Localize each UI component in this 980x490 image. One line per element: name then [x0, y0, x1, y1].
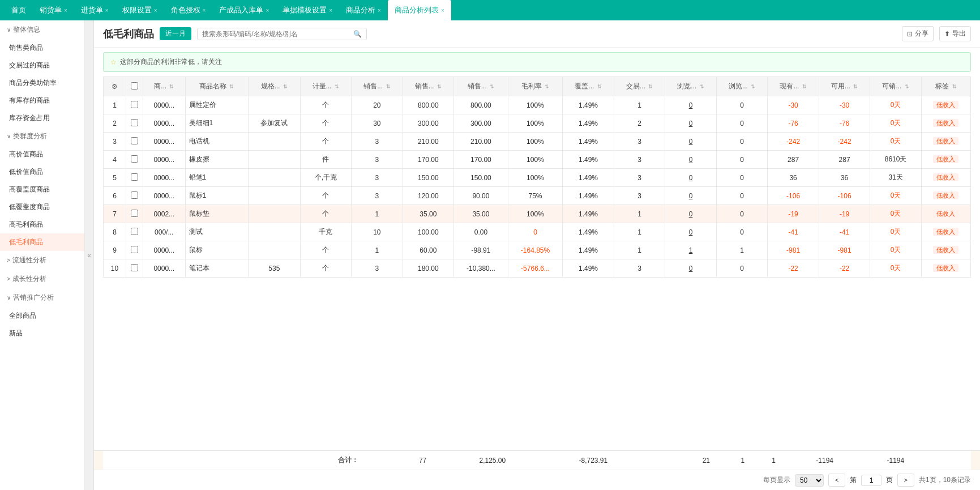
cell-view1[interactable]: 0 [665, 96, 717, 114]
cell-view1[interactable]: 0 [665, 114, 717, 133]
row-checkbox[interactable] [131, 173, 138, 181]
th-tag[interactable]: 标签 ⇅ [921, 77, 970, 96]
cell-num: 2 [104, 114, 126, 133]
cell-checkbox[interactable] [126, 187, 143, 205]
nav-item-权限设置[interactable]: 权限设置× [115, 0, 164, 20]
sidebar-group-营销推广分析[interactable]: ∨营销推广分析 [0, 288, 84, 307]
th-coverage[interactable]: 覆盖... ⇅ [563, 77, 614, 96]
share-button[interactable]: ⊡ 分享 [902, 26, 934, 41]
cell-checkbox[interactable] [126, 133, 143, 151]
row-checkbox[interactable] [131, 101, 138, 108]
th-sales-price[interactable]: 销售... ⇅ [403, 77, 454, 96]
sidebar-group-成长性分析[interactable]: >成长性分析 [0, 270, 84, 288]
close-icon[interactable]: × [203, 7, 206, 14]
th-current-stock[interactable]: 现有... ⇅ [768, 77, 819, 96]
close-icon[interactable]: × [329, 7, 332, 14]
sidebar-item-交易过的商品[interactable]: 交易过的商品 [0, 57, 84, 74]
nav-item-单据模板设置[interactable]: 单据模板设置× [276, 0, 339, 20]
row-checkbox[interactable] [131, 191, 138, 199]
sidebar-item-低覆盖度商品[interactable]: 低覆盖度商品 [0, 198, 84, 216]
sidebar-item-库存资金占用[interactable]: 库存资金占用 [0, 109, 84, 127]
cell-checkbox[interactable] [126, 151, 143, 169]
search-icon[interactable]: 🔍 [353, 30, 362, 38]
cell-view1[interactable]: 0 [665, 133, 717, 151]
sidebar-item-高价值商品[interactable]: 高价值商品 [0, 146, 84, 163]
sidebar-item-高覆盖度商品[interactable]: 高覆盖度商品 [0, 181, 84, 198]
row-checkbox[interactable] [131, 228, 138, 235]
sidebar-item-低价值商品[interactable]: 低价值商品 [0, 163, 84, 181]
cell-checkbox[interactable] [126, 205, 143, 223]
th-spec[interactable]: 规格... ⇅ [249, 77, 301, 96]
cell-tag: 低收入 [921, 114, 970, 133]
nav-item-商品分析列表[interactable]: 商品分析列表× [388, 0, 451, 20]
close-icon[interactable]: × [64, 7, 67, 14]
nav-item-商品分析[interactable]: 商品分析× [339, 0, 388, 20]
cell-view1[interactable]: 0 [665, 223, 717, 241]
date-filter-button[interactable]: 近一月 [160, 27, 191, 40]
top-nav: 首页销货单×进货单×权限设置×角色授权×产成品入库单×单据模板设置×商品分析×商… [0, 0, 980, 20]
nav-item-销货单[interactable]: 销货单× [33, 0, 74, 20]
sidebar-item-新品[interactable]: 新品 [0, 325, 84, 342]
header-actions: ⊡ 分享 ⬆ 导出 [902, 26, 971, 41]
th-name[interactable]: 商品名称 ⇅ [185, 77, 249, 96]
sidebar-item-全部商品[interactable]: 全部商品 [0, 307, 84, 325]
page-size-select[interactable]: 50 100 200 [795, 474, 824, 487]
th-sales-qty[interactable]: 销售... ⇅ [352, 77, 403, 96]
th-unit[interactable]: 计量... ⇅ [300, 77, 352, 96]
prev-page-button[interactable]: ＜ [828, 474, 845, 487]
sidebar-group-流通性分析[interactable]: >流通性分析 [0, 251, 84, 270]
th-saleable[interactable]: 可销... ⇅ [870, 77, 922, 96]
close-icon[interactable]: × [266, 7, 269, 14]
cell-coverage: 1.49% [563, 151, 614, 169]
nav-item-产成品入库单[interactable]: 产成品入库单× [212, 0, 276, 20]
th-checkbox[interactable] [126, 77, 143, 96]
cell-checkbox[interactable] [126, 169, 143, 187]
nav-item-进货单[interactable]: 进货单× [74, 0, 115, 20]
sidebar-item-高毛利商品[interactable]: 高毛利商品 [0, 216, 84, 233]
cell-view1[interactable]: 0 [665, 205, 717, 223]
th-available[interactable]: 可用... ⇅ [819, 77, 870, 96]
row-checkbox[interactable] [131, 246, 138, 253]
cell-checkbox[interactable] [126, 241, 143, 259]
cell-view1[interactable]: 0 [665, 169, 717, 187]
select-all-checkbox[interactable] [131, 82, 138, 90]
th-gross-margin[interactable]: 毛利率 ⇅ [508, 77, 563, 96]
cell-checkbox[interactable] [126, 96, 143, 114]
nav-item-首页[interactable]: 首页 [5, 0, 33, 20]
sidebar-group-整体信息[interactable]: ∨整体信息 [0, 20, 84, 39]
row-checkbox[interactable] [131, 137, 138, 144]
sidebar-item-低毛利商品[interactable]: 低毛利商品 [0, 233, 84, 251]
row-checkbox[interactable] [131, 119, 138, 126]
cell-view1[interactable]: 0 [665, 151, 717, 169]
close-icon[interactable]: × [154, 7, 157, 14]
sidebar-item-有库存的商品[interactable]: 有库存的商品 [0, 92, 84, 109]
cell-checkbox[interactable] [126, 223, 143, 241]
cell-view1[interactable]: 0 [665, 259, 717, 278]
search-input[interactable] [202, 30, 353, 38]
cell-checkbox[interactable] [126, 114, 143, 133]
close-icon[interactable]: × [441, 7, 444, 14]
close-icon[interactable]: × [105, 7, 109, 14]
cell-unit: 件 [300, 151, 352, 169]
sidebar-group-类群度分析[interactable]: ∨类群度分析 [0, 127, 84, 146]
row-checkbox[interactable] [131, 264, 138, 271]
th-view1[interactable]: 浏览... ⇅ [665, 77, 717, 96]
row-checkbox[interactable] [131, 210, 138, 217]
next-page-button[interactable]: ＞ [897, 474, 914, 487]
export-button[interactable]: ⬆ 导出 [939, 26, 971, 41]
sidebar-toggle[interactable]: « [85, 20, 94, 490]
close-icon[interactable]: × [378, 7, 381, 14]
page-input[interactable] [861, 475, 881, 486]
row-checkbox[interactable] [131, 155, 138, 163]
th-view2[interactable]: 浏览... ⇅ [716, 77, 768, 96]
cell-checkbox[interactable] [126, 259, 143, 278]
th-sales-amount[interactable]: 销售... ⇅ [454, 77, 508, 96]
sidebar-item-销售类商品[interactable]: 销售类商品 [0, 39, 84, 57]
th-settings[interactable]: ⚙ [104, 77, 126, 96]
nav-item-角色授权[interactable]: 角色授权× [164, 0, 213, 20]
cell-view1[interactable]: 0 [665, 187, 717, 205]
cell-view1[interactable]: 1 [665, 241, 717, 259]
th-code[interactable]: 商... ⇅ [143, 77, 186, 96]
th-transaction[interactable]: 交易... ⇅ [614, 77, 665, 96]
sidebar-item-商品分类助销率[interactable]: 商品分类助销率 [0, 74, 84, 92]
